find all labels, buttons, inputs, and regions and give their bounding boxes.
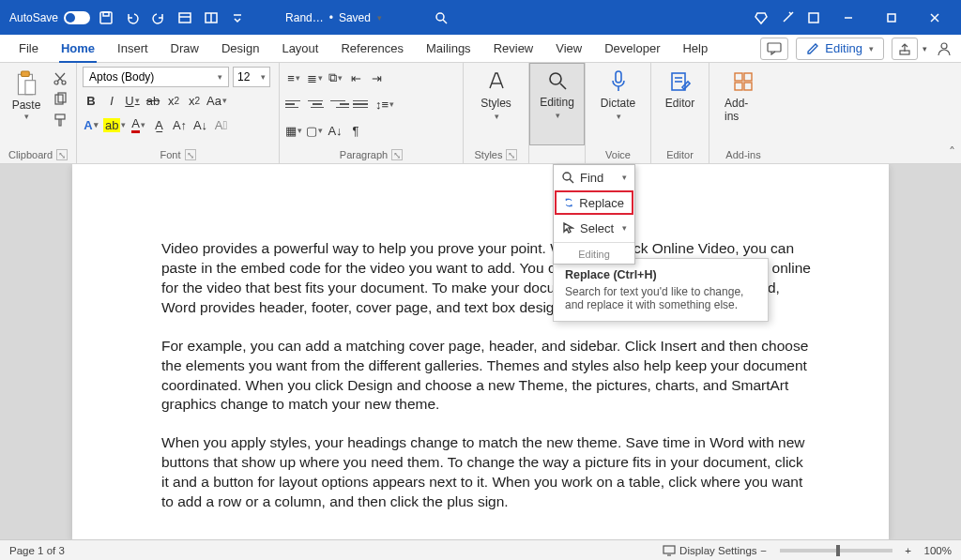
cut-icon[interactable] <box>51 70 69 87</box>
svg-rect-31 <box>616 71 621 83</box>
format-painter-icon[interactable] <box>51 112 69 129</box>
undo-icon[interactable] <box>122 8 143 28</box>
editing-group-button[interactable]: Editing▾ <box>529 63 585 145</box>
increase-indent-button[interactable]: ⇥ <box>368 68 385 87</box>
font-launcher-icon[interactable]: ⤡ <box>185 149 196 160</box>
superscript-button[interactable]: x2 <box>186 91 203 110</box>
select-menu-item[interactable]: Select ▾ <box>554 216 634 240</box>
svg-rect-15 <box>768 43 781 52</box>
dictate-button[interactable]: Dictate▾ <box>591 65 645 121</box>
zoom-level[interactable]: 100% <box>924 545 952 556</box>
close-button[interactable] <box>916 5 953 31</box>
svg-line-9 <box>784 14 791 22</box>
shading-button[interactable]: ▦▾ <box>285 121 302 140</box>
shrink-font-button[interactable]: A↓ <box>191 115 208 134</box>
account-icon[interactable] <box>935 41 953 56</box>
tab-design[interactable]: Design <box>210 35 270 63</box>
save-icon[interactable] <box>96 8 116 28</box>
sort-button[interactable]: A↓ <box>327 121 343 140</box>
justify-button[interactable] <box>353 95 372 114</box>
svg-point-17 <box>941 43 947 49</box>
font-size-combo[interactable]: 12▾ <box>233 67 270 87</box>
text-effects-button[interactable]: A▾ <box>83 115 99 134</box>
tab-home[interactable]: Home <box>50 35 106 63</box>
paragraph-launcher-icon[interactable]: ⤡ <box>391 149 403 160</box>
collapse-ribbon-icon[interactable]: ˄ <box>949 144 955 159</box>
svg-rect-12 <box>888 14 895 22</box>
qat-icon-1[interactable] <box>175 8 195 28</box>
clipboard-launcher-icon[interactable]: ⤡ <box>56 149 68 160</box>
bullets-button[interactable]: ≡▾ <box>285 68 302 87</box>
share-button[interactable] <box>892 38 918 60</box>
styles-button[interactable]: Styles▾ <box>471 65 521 121</box>
tab-layout[interactable]: Layout <box>270 35 329 63</box>
comments-button[interactable] <box>760 38 788 60</box>
tab-developer[interactable]: Developer <box>593 35 671 63</box>
page-indicator[interactable]: Page 1 of 3 <box>9 545 65 556</box>
paragraph-2[interactable]: For example, you can add a matching cove… <box>161 337 814 416</box>
search-icon[interactable] <box>431 8 451 28</box>
tab-view[interactable]: View <box>544 35 593 63</box>
document-page[interactable]: Video provides a powerful way to help yo… <box>72 164 889 539</box>
document-title[interactable]: Rand… • Saved ▾ <box>285 11 382 24</box>
numbering-button[interactable]: ≣▾ <box>306 68 323 87</box>
line-spacing-button[interactable]: ↕≡▾ <box>375 95 394 114</box>
find-menu-item[interactable]: Find ▾ <box>554 165 634 189</box>
tab-references[interactable]: References <box>329 35 414 63</box>
underline-button[interactable]: U▾ <box>124 91 141 110</box>
clear-format-button[interactable]: A⃠ <box>212 115 229 134</box>
subscript-button[interactable]: x2 <box>165 91 182 110</box>
svg-rect-36 <box>735 73 742 81</box>
dropdown-section-label: Editing <box>554 245 634 264</box>
qat-customize-icon[interactable] <box>227 8 248 28</box>
tab-mailings[interactable]: Mailings <box>415 35 482 63</box>
styles-launcher-icon[interactable]: ⤡ <box>506 149 517 160</box>
char-shading-button[interactable]: A̲ <box>150 115 167 134</box>
decrease-indent-button[interactable]: ⇤ <box>347 68 364 87</box>
align-left-button[interactable] <box>285 95 304 114</box>
highlight-button[interactable]: ab▾ <box>103 115 126 134</box>
zoom-out-button[interactable]: − <box>757 545 770 556</box>
tab-insert[interactable]: Insert <box>106 35 160 63</box>
svg-rect-16 <box>900 51 909 54</box>
change-case-button[interactable]: Aa▾ <box>206 91 227 110</box>
grow-font-button[interactable]: A↑ <box>171 115 188 134</box>
editing-dropdown-menu: Find ▾ Replace Select ▾ Editing <box>553 164 635 265</box>
paragraph-3[interactable]: When you apply styles, your headings cha… <box>161 433 814 512</box>
tab-help[interactable]: Help <box>671 35 719 63</box>
copy-icon[interactable] <box>51 91 69 108</box>
zoom-in-button[interactable]: + <box>902 545 915 556</box>
group-paragraph-label: Paragraph <box>340 149 388 160</box>
font-color-button[interactable]: A▾ <box>130 115 146 134</box>
window-icon[interactable] <box>803 8 824 28</box>
autosave-toggle[interactable] <box>64 11 90 24</box>
tab-file[interactable]: File <box>8 35 50 63</box>
group-addins-label: Add-ins <box>725 149 760 160</box>
align-right-button[interactable] <box>330 95 349 114</box>
tab-draw[interactable]: Draw <box>160 35 210 63</box>
zoom-slider[interactable] <box>780 549 892 552</box>
font-name-combo[interactable]: Aptos (Body)▾ <box>83 67 229 87</box>
svg-line-8 <box>443 20 447 23</box>
italic-button[interactable]: I <box>103 91 120 110</box>
bold-button[interactable]: B <box>83 91 99 110</box>
wand-icon[interactable] <box>777 8 798 28</box>
minimize-button[interactable] <box>830 5 867 31</box>
editing-mode-button[interactable]: Editing ▾ <box>796 38 884 60</box>
multilevel-button[interactable]: ⧉▾ <box>327 68 343 87</box>
title-bar: AutoSave Rand… • Saved ▾ <box>0 0 961 35</box>
qat-icon-2[interactable] <box>201 8 221 28</box>
replace-menu-item[interactable]: Replace <box>555 190 633 215</box>
redo-icon[interactable] <box>148 8 169 28</box>
diamond-icon[interactable] <box>751 8 771 28</box>
tab-review[interactable]: Review <box>482 35 545 63</box>
show-marks-button[interactable]: ¶ <box>347 121 364 140</box>
editor-button[interactable]: Editor <box>656 65 704 110</box>
addins-button[interactable]: Add-ins <box>715 65 771 123</box>
display-settings-button[interactable]: Display Settings <box>663 545 756 556</box>
align-center-button[interactable] <box>308 95 327 114</box>
paste-button[interactable]: Paste ▾ <box>6 65 47 121</box>
maximize-button[interactable] <box>873 5 910 31</box>
borders-button[interactable]: ▢▾ <box>306 121 323 140</box>
strikethrough-button[interactable]: ab <box>145 91 161 110</box>
